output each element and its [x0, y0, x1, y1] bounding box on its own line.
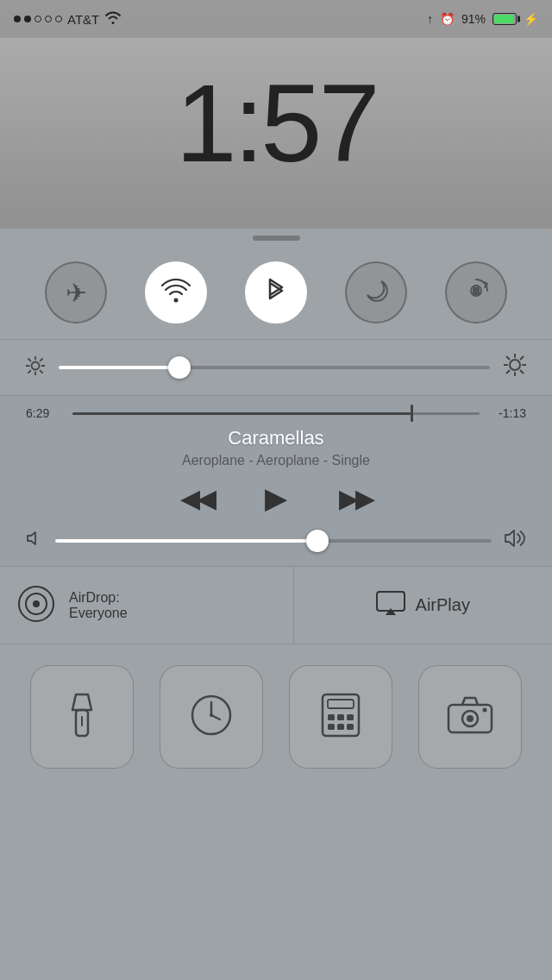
battery-body	[492, 13, 517, 25]
volume-slider[interactable]	[55, 539, 492, 543]
svg-point-24	[33, 600, 40, 607]
bluetooth-icon	[267, 276, 285, 309]
svg-point-31	[210, 713, 213, 717]
airplay-icon	[376, 591, 405, 620]
volume-row	[26, 529, 526, 552]
calculator-icon	[321, 693, 361, 741]
calculator-button[interactable]	[289, 665, 392, 769]
status-bar: AT&T ↑ ⏰ 91% ⚡	[0, 0, 552, 38]
svg-point-42	[467, 715, 474, 722]
svg-line-12	[28, 370, 31, 373]
volume-high-icon	[504, 529, 526, 552]
svg-line-21	[507, 371, 510, 374]
progress-thumb[interactable]	[411, 405, 413, 422]
rotation-lock-button[interactable]	[445, 261, 507, 324]
camera-button[interactable]	[418, 665, 522, 769]
svg-line-10	[41, 370, 43, 373]
toggle-buttons-row: ✈	[0, 246, 552, 340]
svg-line-9	[28, 358, 31, 361]
svg-rect-37	[328, 724, 335, 730]
svg-line-20	[521, 357, 524, 360]
svg-rect-36	[347, 714, 354, 720]
svg-line-19	[521, 371, 524, 374]
carrier-label: AT&T	[67, 12, 99, 27]
flashlight-button[interactable]	[30, 665, 134, 769]
svg-rect-34	[328, 714, 335, 720]
bluetooth-toggle-button[interactable]	[245, 261, 307, 324]
signal-dot-1	[14, 16, 21, 22]
status-left: AT&T	[14, 10, 122, 28]
airdrop-airplay-row: AirDrop: Everyone AirPlay	[0, 567, 552, 644]
handle-bar	[253, 236, 300, 241]
do-not-disturb-button[interactable]	[345, 261, 407, 324]
volume-low-icon	[26, 531, 43, 550]
svg-rect-35	[337, 714, 344, 720]
svg-rect-25	[377, 592, 405, 611]
airdrop-text: AirDrop: Everyone	[69, 590, 128, 621]
flashlight-icon	[64, 693, 100, 741]
track-title: Caramellas	[26, 427, 526, 449]
svg-point-0	[174, 298, 179, 303]
svg-line-11	[41, 358, 43, 361]
svg-point-43	[483, 708, 487, 713]
status-right: ↑ ⏰ 91% ⚡	[427, 12, 538, 26]
progress-track[interactable]	[72, 412, 480, 415]
brightness-fill	[59, 366, 179, 369]
clock-icon	[190, 694, 233, 740]
charging-icon: ⚡	[524, 12, 538, 26]
airplay-section[interactable]: AirPlay	[294, 567, 553, 644]
svg-point-13	[510, 360, 520, 370]
airplane-mode-button[interactable]: ✈	[45, 261, 107, 324]
airdrop-status: Everyone	[69, 606, 128, 621]
camera-icon	[447, 696, 493, 738]
time-display: 1:57	[175, 60, 376, 186]
battery-percent: 91%	[461, 12, 486, 26]
volume-fill	[55, 539, 317, 543]
brightness-slider[interactable]	[59, 366, 490, 369]
rotation-lock-icon	[463, 278, 489, 307]
airplane-icon: ✈	[66, 278, 87, 308]
battery-indicator	[492, 13, 517, 25]
pull-handle[interactable]	[0, 229, 552, 246]
current-time: 6:29	[26, 406, 60, 420]
battery-fill	[494, 15, 513, 23]
location-icon: ↑	[427, 12, 433, 26]
clock-button[interactable]	[160, 665, 263, 769]
airdrop-icon	[17, 585, 55, 626]
progress-row: 6:29 -1:13	[26, 406, 526, 420]
playback-controls	[26, 481, 526, 515]
play-button[interactable]	[265, 481, 287, 515]
svg-rect-39	[347, 724, 354, 730]
signal-dot-5	[55, 16, 62, 22]
music-player: 6:29 -1:13 Caramellas Aeroplane - Aeropl…	[0, 396, 552, 567]
fast-forward-button[interactable]	[339, 483, 372, 513]
brightness-thumb[interactable]	[168, 356, 191, 379]
wifi-toggle-icon	[161, 279, 191, 306]
track-subtitle: Aeroplane - Aeroplane - Single	[26, 453, 526, 468]
alarm-icon: ⏰	[440, 12, 455, 26]
volume-thumb[interactable]	[306, 530, 329, 552]
airdrop-section[interactable]: AirDrop: Everyone	[0, 567, 294, 644]
airplay-label: AirPlay	[416, 595, 470, 615]
svg-point-4	[32, 361, 40, 369]
wifi-toggle-button[interactable]	[145, 261, 207, 324]
bottom-apps-row	[0, 644, 552, 789]
brightness-low-icon	[26, 356, 45, 380]
signal-dot-2	[24, 16, 31, 22]
control-center: ✈	[0, 229, 552, 980]
signal-dots	[14, 16, 62, 22]
svg-rect-33	[328, 700, 354, 708]
signal-dot-4	[45, 16, 52, 22]
svg-line-18	[507, 357, 510, 360]
remaining-time: -1:13	[492, 406, 526, 420]
signal-dot-3	[34, 16, 41, 22]
moon-icon	[364, 278, 388, 307]
wifi-icon	[104, 10, 122, 28]
airdrop-label: AirDrop:	[69, 590, 128, 606]
rewind-button[interactable]	[180, 483, 213, 513]
svg-rect-38	[337, 724, 344, 730]
brightness-high-icon	[504, 354, 526, 381]
brightness-section	[0, 340, 552, 396]
progress-fill	[72, 412, 411, 415]
